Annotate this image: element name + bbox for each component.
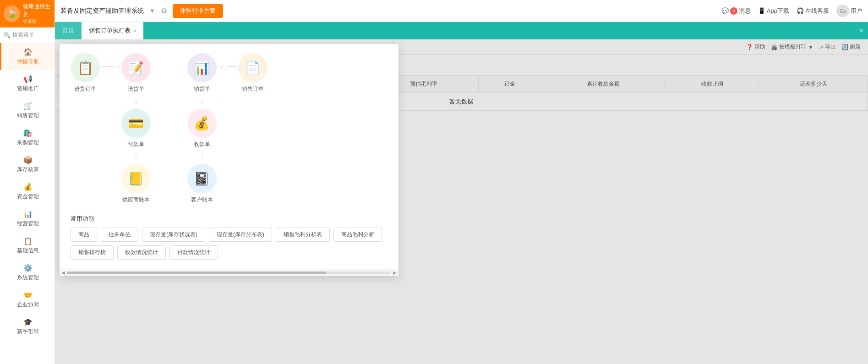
sales-bill-label: 销货单 <box>194 85 210 93</box>
purchase-order-label: 进货订单 <box>74 85 96 93</box>
cf-btn-product[interactable]: 商品 <box>71 228 97 242</box>
flow-col-2: 📝 进货单 ↓ 💳 付款单 ↓ 📒 供应商账本 <box>121 53 151 204</box>
sidebar-item-label: 采购管理 <box>17 139 39 147</box>
topbar-right: 💬 5 消息 📱 App下载 🎧 在线客服 Ea 用户 <box>721 5 863 17</box>
sidebar-search[interactable]: 🔍 搜索菜单 <box>0 27 55 43</box>
payment-out-icon: 💳 <box>121 109 151 138</box>
cf-btn-sales-rank[interactable]: 销售排行榜 <box>71 245 114 260</box>
arrow-right-2: ←------ <box>217 53 238 72</box>
logo-title: 畅康通好生意 <box>23 3 51 18</box>
basic-icon: 📋 <box>23 237 33 245</box>
cf-btn-product-profit[interactable]: 商品毛利分析 <box>333 228 382 242</box>
arrow-down-2: ↓ <box>134 152 138 160</box>
sidebar-item-label: 基础信息 <box>17 247 39 255</box>
gear-icon[interactable]: ⚙ <box>161 6 167 15</box>
sidebar-item-basic-info[interactable]: 📋 基础信息 <box>0 232 55 259</box>
main-area: 装备及固定资产辅助管理系统 ▼ ⚙ 体验行业方案 💬 5 消息 📱 App下载 … <box>55 0 868 364</box>
purchase-order-icon: 📋 <box>71 53 100 82</box>
sidebar-item-label: 营销推广 <box>17 85 39 92</box>
flow-col-3: 📊 销货单 ↓ 💰 收款单 ↓ 📓 客户账本 <box>187 53 217 204</box>
online-service-item[interactable]: 🎧 在线客服 <box>797 7 829 15</box>
popup-overlay[interactable]: 📋 进货订单 ------→ 📝 进货单 <box>55 39 868 364</box>
user-item[interactable]: Ea 用户 <box>836 5 863 17</box>
app-icon: 📱 <box>758 7 765 14</box>
user-label: 用户 <box>851 7 863 15</box>
sidebar-item-finance[interactable]: 💰 资金管理 <box>0 178 55 205</box>
message-item[interactable]: 💬 5 消息 <box>721 7 751 15</box>
scrollbar-thumb <box>67 272 326 274</box>
cf-btn-sales-profit[interactable]: 销售毛利分析表 <box>276 228 330 242</box>
popup-content: 📋 进货订单 ------→ 📝 进货单 <box>60 44 399 269</box>
sidebar-item-operation[interactable]: 📊 经营管理 <box>0 205 55 232</box>
scroll-left-icon[interactable]: ◀ <box>61 270 65 275</box>
tab-home[interactable]: 首页 <box>55 22 82 39</box>
flow-node-payment-in[interactable]: 💰 收款单 <box>187 109 217 148</box>
cf-title: 常用功能 <box>71 215 388 223</box>
sales-bill-icon: 📊 <box>187 53 217 82</box>
topbar: 装备及固定资产辅助管理系统 ▼ ⚙ 体验行业方案 💬 5 消息 📱 App下载 … <box>55 0 868 22</box>
purchase-icon: 🛍️ <box>23 129 33 137</box>
sidebar-item-label: 系统管理 <box>17 274 39 282</box>
cf-btn-stock-dist[interactable]: 现存量(库存分布表) <box>209 228 272 242</box>
sidebar: 🍃 畅康通好生意 标准版 🔍 搜索菜单 🏠 快捷导航 📢 营销推广 🛒 销售管理… <box>0 0 55 364</box>
flow-node-customer-ledger[interactable]: 📓 客户账本 <box>187 164 217 204</box>
sidebar-item-label: 资金管理 <box>17 193 39 201</box>
logo-sub: 标准版 <box>23 18 51 25</box>
app-download-item[interactable]: 📱 App下载 <box>758 7 789 15</box>
sidebar-item-label: 快捷导航 <box>17 58 39 65</box>
flow-node-payment-out[interactable]: 💳 付款单 <box>121 109 151 148</box>
sidebar-nav: 🏠 快捷导航 📢 营销推广 🛒 销售管理 🛍️ 采购管理 📦 库存核算 💰 资金… <box>0 43 55 364</box>
common-functions: 常用功能 商品 往来单位 现存量(库存状况表) 现存量(库存分布表) 销售毛利分… <box>71 215 388 260</box>
active-tab-label: 销售订单执行表 <box>89 27 131 35</box>
supplier-ledger-icon: 📒 <box>121 164 151 193</box>
cf-btn-stock-status[interactable]: 现存量(库存状况表) <box>142 228 205 242</box>
sidebar-item-sales[interactable]: 🛒 销售管理 <box>0 97 55 124</box>
scroll-right-icon[interactable]: ▶ <box>393 270 397 275</box>
message-icon: 💬 <box>721 7 729 14</box>
tab-close-icon[interactable]: × <box>133 28 136 33</box>
app-download-label: App下载 <box>767 7 789 15</box>
dropdown-arrow-icon: ▼ <box>149 7 155 14</box>
flow-node-sales-bill[interactable]: 📊 销货单 <box>187 53 217 93</box>
sidebar-item-enterprise[interactable]: 🤝 企业协同 <box>0 286 55 313</box>
sidebar-item-newbie[interactable]: 🎓 新手引导 <box>0 313 55 340</box>
arrow-down-1: ↓ <box>134 97 138 105</box>
tab-sales-order[interactable]: 销售订单执行表 × <box>82 22 143 39</box>
sidebar-item-purchase[interactable]: 🛍️ 采购管理 <box>0 124 55 151</box>
flow-node-sales-order[interactable]: 📄 销售订单 <box>238 53 267 93</box>
search-icon: 🔍 <box>4 32 11 38</box>
cf-btn-payment-stat[interactable]: 付款情况统计 <box>169 245 218 260</box>
enterprise-icon: 🤝 <box>23 291 33 299</box>
flow-node-purchase-bill[interactable]: 📝 进货单 <box>121 53 151 93</box>
tabs-close-all[interactable]: × <box>859 27 863 35</box>
sidebar-item-quick-nav[interactable]: 🏠 快捷导航 <box>0 43 55 70</box>
avatar-text: Ea <box>840 8 846 14</box>
marketing-icon: 📢 <box>23 75 33 83</box>
sidebar-item-system[interactable]: ⚙️ 系统管理 <box>0 259 55 286</box>
system-icon: ⚙️ <box>23 264 33 272</box>
cf-btn-partners[interactable]: 往来单位 <box>101 228 138 242</box>
home-tab-label: 首页 <box>62 27 74 35</box>
cf-btn-collection-stat[interactable]: 收款情况统计 <box>117 245 166 260</box>
sales-icon: 🛒 <box>23 102 33 110</box>
popup: 📋 进货订单 ------→ 📝 进货单 <box>60 44 399 276</box>
inventory-icon: 📦 <box>23 156 33 164</box>
flow-diagram: 📋 进货订单 ------→ 📝 进货单 <box>71 53 388 204</box>
logo-text-block: 畅康通好生意 标准版 <box>23 3 51 25</box>
cf-buttons: 商品 往来单位 现存量(库存状况表) 现存量(库存分布表) 销售毛利分析表 商品… <box>71 228 388 242</box>
online-service-label: 在线客服 <box>805 7 829 15</box>
sales-order-icon: 📄 <box>238 53 267 82</box>
sidebar-item-label: 新手引导 <box>17 328 39 336</box>
sidebar-item-label: 库存核算 <box>17 166 39 174</box>
experience-btn[interactable]: 体验行业方案 <box>173 4 223 18</box>
message-label: 消息 <box>739 7 751 15</box>
flow-node-supplier-ledger[interactable]: 📒 供应商账本 <box>121 164 151 204</box>
operation-icon: 📊 <box>23 210 33 218</box>
sidebar-logo: 🍃 畅康通好生意 标准版 <box>0 0 55 27</box>
newbie-icon: 🎓 <box>23 318 33 326</box>
sidebar-item-inventory[interactable]: 📦 库存核算 <box>0 151 55 178</box>
flow-node-purchase-order[interactable]: 📋 进货订单 <box>71 53 100 93</box>
scrollbar-track[interactable] <box>67 272 391 274</box>
sales-order-label: 销售订单 <box>242 85 264 93</box>
sidebar-item-marketing[interactable]: 📢 营销推广 <box>0 70 55 97</box>
